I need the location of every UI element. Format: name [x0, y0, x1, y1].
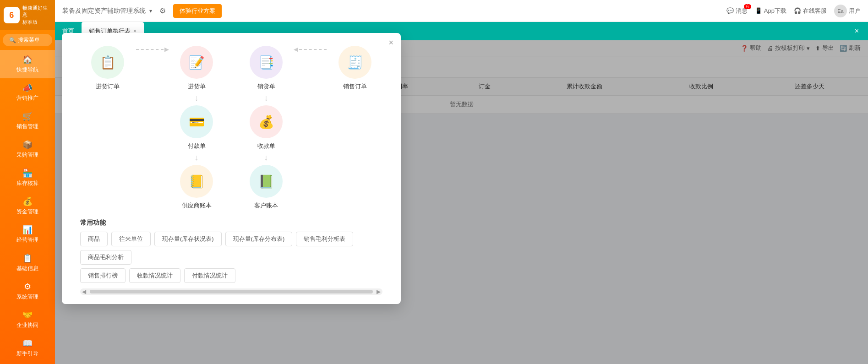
- common-functions-title: 常用功能: [80, 219, 382, 227]
- guide-icon: 📖: [22, 338, 33, 348]
- sidebar-item-cooperation[interactable]: 🤝 企业协同: [0, 305, 55, 334]
- inventory-icon: 🏪: [22, 168, 33, 178]
- func-btn-stock-status[interactable]: 现存量(库存状况表): [154, 232, 222, 246]
- basic-info-icon: 📋: [22, 253, 33, 263]
- user-area[interactable]: Ea 用户: [834, 5, 861, 17]
- finance-icon: 💰: [22, 196, 33, 206]
- customer-account-circle: 📗: [250, 165, 283, 198]
- sidebar-nav: 🏠 快捷导航 📣 营销推广 🛒 销售管理 📦 采购管理 🏪 库存核算 💰 资金管…: [0, 50, 55, 364]
- purchase-bill-label: 进货单: [188, 82, 206, 91]
- func-btn-product-profit[interactable]: 商品毛利分析: [80, 250, 131, 265]
- customer-account-label: 客户账本: [254, 201, 278, 210]
- flow-col-3: 📑 销货单 ↓ 💰 收款单 ↓ 📗 客户账本: [239, 46, 294, 210]
- arrow-h2: ◀: [294, 46, 328, 65]
- purchase-order-circle: 📋: [91, 46, 124, 79]
- common-functions: 常用功能 商品 往来单位 现存量(库存状况表) 现存量(库存分布表) 销售毛利分…: [80, 219, 382, 283]
- topbar: 装备及固定资产辅助管理系统 ▾ ⚙ 体验行业方案 💬 消息 6 📱 App下载 …: [55, 0, 868, 22]
- flow-item-receipt[interactable]: 💰 收款单: [239, 105, 294, 150]
- purchase-icon: 📦: [22, 140, 33, 150]
- func-btn-payment-stats[interactable]: 付款情况统计: [184, 268, 235, 283]
- flow-col-1: 📋 进货订单: [80, 46, 135, 91]
- home-icon: 🏠: [22, 54, 33, 65]
- popup: × 📋 进货订单 ▶ 📝 进货单 ↓: [62, 33, 401, 304]
- flow-item-sales-bill[interactable]: 📑 销货单: [239, 46, 294, 91]
- receipt-circle: 💰: [250, 105, 283, 138]
- supplier-account-circle: 📒: [180, 165, 213, 198]
- sidebar-item-purchase[interactable]: 📦 采购管理: [0, 135, 55, 163]
- message-icon: 💬: [726, 7, 734, 14]
- arrow-v4: ↓: [239, 152, 294, 163]
- dropdown-arrow[interactable]: ▾: [149, 8, 152, 14]
- flow-item-purchase-bill[interactable]: 📝 进货单: [169, 46, 224, 91]
- experience-btn[interactable]: 体验行业方案: [173, 4, 222, 18]
- scroll-left-arrow[interactable]: ◀: [80, 288, 88, 295]
- payment-label: 付款单: [188, 142, 206, 150]
- message-badge: 6: [744, 4, 751, 9]
- scrollbar-track: [90, 290, 373, 293]
- user-avatar: Ea: [834, 5, 847, 17]
- sidebar-item-guide[interactable]: 📖 新手引导: [0, 334, 55, 362]
- sidebar-logo: 6 畅康通好生意 标准版: [0, 0, 55, 30]
- flow-col-4: 🧾 销售订单: [328, 46, 382, 91]
- flow-col-2: 📝 进货单 ↓ 💳 付款单 ↓ 📒 供应商账本: [169, 46, 224, 210]
- popup-close-btn[interactable]: ×: [388, 38, 393, 47]
- sidebar-item-marketing[interactable]: 📣 营销推广: [0, 78, 55, 107]
- func-btn-product[interactable]: 商品: [80, 232, 108, 246]
- arrow-v2: ↓: [169, 152, 224, 163]
- cooperation-icon: 🤝: [22, 310, 33, 320]
- sales-bill-label: 销货单: [257, 82, 275, 91]
- receipt-label: 收款单: [257, 142, 275, 150]
- app-download-btn[interactable]: 📱 App下载: [755, 7, 786, 15]
- online-service-btn[interactable]: 🎧 在线客服: [794, 7, 827, 15]
- download-icon: 📱: [755, 7, 762, 14]
- arrow-v1: ↓: [169, 92, 224, 103]
- sidebar-item-finance[interactable]: 💰 资金管理: [0, 192, 55, 220]
- supplier-account-label: 供应商账本: [182, 201, 212, 210]
- sidebar-item-sales[interactable]: 🛒 销售管理: [0, 107, 55, 135]
- flow-item-payment[interactable]: 💳 付款单: [169, 105, 224, 150]
- func-buttons-row2: 销售排行榜 收款情况统计 付款情况统计: [80, 268, 382, 283]
- marketing-icon: 📣: [22, 83, 33, 93]
- message-btn[interactable]: 💬 消息 6: [726, 7, 748, 15]
- flow-diagram: 📋 进货订单 ▶ 📝 进货单 ↓ 💳 付款单: [80, 46, 382, 210]
- sales-bill-circle: 📑: [250, 46, 283, 79]
- search-icon: 🔍: [9, 37, 16, 43]
- arrow-h1: ▶: [135, 46, 169, 65]
- sidebar-item-inventory[interactable]: 🏪 库存核算: [0, 163, 55, 192]
- func-btn-partners[interactable]: 往来单位: [111, 232, 151, 246]
- arrow-v3: ↓: [239, 92, 294, 103]
- func-btn-sales-analysis[interactable]: 销售毛利分析表: [296, 232, 353, 246]
- sales-order-circle: 🧾: [338, 46, 371, 79]
- app-title: 装备及固定资产辅助管理系统: [62, 7, 146, 15]
- sidebar-item-system[interactable]: ⚙ 系统管理: [0, 277, 55, 305]
- topbar-title-area: 装备及固定资产辅助管理系统 ▾ ⚙ 体验行业方案: [62, 4, 726, 18]
- search-menu[interactable]: 🔍 搜索菜单: [3, 34, 52, 46]
- flow-item-customer-account[interactable]: 📗 客户账本: [239, 165, 294, 210]
- sales-icon: 🛒: [22, 111, 33, 121]
- purchase-order-label: 进货订单: [96, 82, 120, 91]
- sales-order-label: 销售订单: [343, 82, 367, 91]
- sidebar-item-basic-info[interactable]: 📋 基础信息: [0, 249, 55, 277]
- gear-icon[interactable]: ⚙: [159, 6, 166, 15]
- arrow-left-icon: ◀: [294, 46, 298, 53]
- func-btn-receipt-stats[interactable]: 收款情况统计: [129, 268, 180, 283]
- operation-icon: 📊: [22, 225, 33, 235]
- flow-item-supplier-account[interactable]: 📒 供应商账本: [169, 165, 224, 210]
- arrow-right-icon: ▶: [164, 46, 169, 53]
- sidebar: 6 畅康通好生意 标准版 🔍 搜索菜单 🏠 快捷导航 📣 营销推广 🛒 销售管理…: [0, 0, 55, 364]
- func-btn-sales-rank[interactable]: 销售排行榜: [80, 268, 126, 283]
- sidebar-item-operation[interactable]: 📊 经营管理: [0, 220, 55, 249]
- scroll-right-arrow[interactable]: ▶: [375, 288, 382, 295]
- topbar-right: 💬 消息 6 📱 App下载 🎧 在线客服 Ea 用户: [726, 5, 861, 17]
- popup-scrollbar[interactable]: ◀ ▶: [80, 288, 382, 295]
- logo-icon: 6: [4, 7, 20, 23]
- flow-item-purchase-order[interactable]: 📋 进货订单: [80, 46, 135, 91]
- logo-text: 畅康通好生意 标准版: [22, 5, 51, 26]
- system-icon: ⚙: [24, 282, 31, 292]
- purchase-bill-circle: 📝: [180, 46, 213, 79]
- func-btn-stock-dist[interactable]: 现存量(库存分布表): [225, 232, 293, 246]
- tabbar-close-icon[interactable]: ×: [851, 27, 863, 35]
- payment-circle: 💳: [180, 105, 213, 138]
- flow-item-sales-order[interactable]: 🧾 销售订单: [328, 46, 382, 91]
- sidebar-item-quick-nav[interactable]: 🏠 快捷导航: [0, 50, 55, 78]
